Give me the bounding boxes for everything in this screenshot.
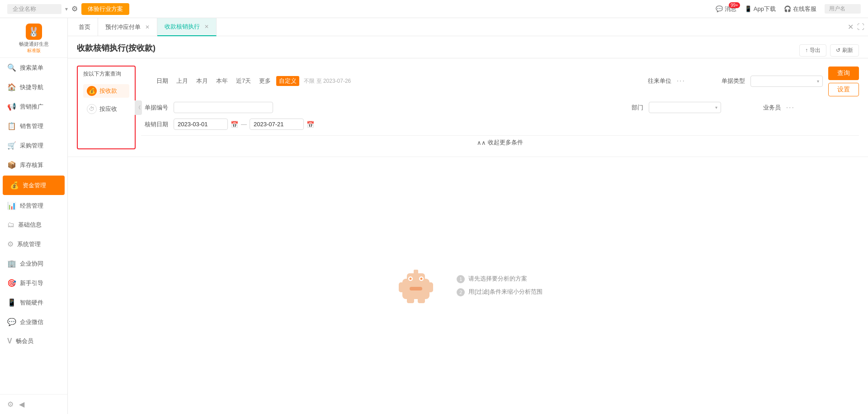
tab-bar-actions: ✕ ⛶ <box>848 23 864 31</box>
settings-btn[interactable]: 设置 <box>828 83 859 96</box>
sidebar-item-purchase[interactable]: 🛒 采购管理 <box>0 136 67 155</box>
salesperson-label: 业务员 <box>754 104 781 112</box>
filter-option-label: 按应收 <box>99 105 117 113</box>
doc-no-input[interactable] <box>174 102 273 113</box>
verify-date-start-calendar-icon[interactable]: 📅 <box>231 121 238 128</box>
date-options-group: 上月 本月 本年 近7天 更多 自定义 不限 至 2023-07-26 <box>174 76 351 86</box>
finance-icon: 💰 <box>10 181 19 190</box>
date-btn-custom[interactable]: 自定义 <box>276 76 299 86</box>
date-btn-more[interactable]: 更多 <box>256 76 274 86</box>
empty-hint-2: 2 用[过滤]条件来缩小分析范围 <box>457 288 542 296</box>
sidebar-item-marketing[interactable]: 📢 营销推广 <box>0 97 67 116</box>
date-btn-last-month[interactable]: 上月 <box>174 76 191 86</box>
svg-point-6 <box>420 278 423 280</box>
filter-option-by-receipt[interactable]: 💰 按收款 <box>83 84 129 98</box>
headset-icon: 🎧 <box>784 5 791 12</box>
empty-state: 1 请先选择要分析的方案 2 用[过滤]条件来缩小分析范围 <box>68 157 868 414</box>
sidebar-item-base-info[interactable]: 🗂 基础信息 <box>0 215 67 234</box>
tab-receipt-offset[interactable]: 收款核销执行 ✕ <box>157 18 217 36</box>
refresh-btn[interactable]: ↺ 刷新 <box>830 44 859 57</box>
settings-icon[interactable]: ⚙ <box>71 5 78 13</box>
counterparty-input[interactable]: ··· <box>677 77 685 85</box>
sidebar-label: 企业协同 <box>20 260 43 268</box>
sidebar-item-system[interactable]: ⚙ 系统管理 <box>0 234 67 254</box>
collapse-more-label: 收起更多条件 <box>488 138 523 147</box>
collapse-sidebar-icon[interactable]: ◀ <box>19 400 24 409</box>
sidebar-item-guide[interactable]: 🎯 新手引导 <box>0 273 67 293</box>
sidebar-item-inventory[interactable]: 📦 库存核算 <box>0 155 67 175</box>
tab-prepay-offset[interactable]: 预付冲应付单 ✕ <box>98 18 157 36</box>
sidebar-label: 系统管理 <box>17 240 41 248</box>
filter-fields: 日期 上月 本月 本年 近7天 更多 自定义 不限 至 2023-07-26 往… <box>141 66 859 149</box>
search-icon: 🔍 <box>7 63 16 72</box>
date-btn-this-year[interactable]: 本年 <box>213 76 231 86</box>
tab-expand-btn[interactable]: ⛶ <box>857 23 864 31</box>
salesperson-input[interactable]: ··· <box>786 104 795 112</box>
tab-receipt-close-icon[interactable]: ✕ <box>204 24 209 30</box>
sidebar-item-wechat[interactable]: 💬 企业微信 <box>0 312 67 332</box>
sidebar-item-search-menu[interactable]: 🔍 搜索菜单 <box>0 58 67 77</box>
content-area: 收款核销执行(按收款) ↑ 导出 ↺ 刷新 按以下方案查询 <box>68 36 868 414</box>
message-link[interactable]: 💬 消息 99+ <box>716 5 736 13</box>
filter-scheme-selector: 按以下方案查询 💰 按收款 ⏱ 按应收 《 <box>77 66 136 149</box>
hardware-icon: 📱 <box>7 298 16 307</box>
sidebar-item-quick-nav[interactable]: 🏠 快捷导航 <box>0 77 67 97</box>
collapse-filter-btn[interactable]: 《 <box>135 100 142 115</box>
top-header: 企业名称 ▾ ⚙ 体验行业方案 💬 消息 99+ 📱 App下载 🎧 在线客服 … <box>0 0 868 18</box>
svg-rect-11 <box>418 298 425 303</box>
sidebar-item-hardware[interactable]: 📱 智能硬件 <box>0 293 67 312</box>
user-name[interactable]: 用户名 <box>825 4 861 14</box>
tab-prepay-label: 预付冲应付单 <box>105 23 141 31</box>
filter-row-2: 单据编号 部门 ▾ 业务员 ··· <box>141 102 859 113</box>
verify-date-start-input[interactable] <box>174 119 228 130</box>
sidebar-item-operation[interactable]: 📊 经营管理 <box>0 196 67 215</box>
sidebar-item-finance[interactable]: 💰 资金管理 <box>3 176 65 195</box>
date-dash: — <box>241 121 247 128</box>
app-download-link[interactable]: 📱 App下载 <box>745 5 776 13</box>
verify-date-group: 📅 — 📅 <box>174 119 314 130</box>
sidebar-item-sales[interactable]: 📋 销售管理 <box>0 116 67 136</box>
filter-panel: 按以下方案查询 💰 按收款 ⏱ 按应收 《 日期 <box>68 58 868 157</box>
app-name: 畅捷通好生意 <box>19 41 49 48</box>
hint-text-2: 用[过滤]条件来缩小分析范围 <box>468 288 542 296</box>
sidebar-bottom: ⚙ ◀ <box>0 394 67 414</box>
tab-home[interactable]: 首页 <box>71 18 98 36</box>
svg-rect-2 <box>414 270 418 274</box>
sidebar-item-enterprise[interactable]: 🏢 企业协同 <box>0 254 67 273</box>
query-btn[interactable]: 查询 <box>828 67 859 80</box>
tab-close-all-btn[interactable]: ✕ <box>848 23 854 31</box>
tab-prepay-close-icon[interactable]: ✕ <box>145 24 150 30</box>
app-edition: 标准版 <box>27 48 41 54</box>
hint-num-1: 1 <box>457 275 465 283</box>
sidebar-label: 搜索菜单 <box>20 64 43 72</box>
department-select[interactable] <box>649 102 721 113</box>
sidebar-label: 销售管理 <box>20 122 43 130</box>
solution-btn[interactable]: 体验行业方案 <box>81 3 129 15</box>
date-btn-this-month[interactable]: 本月 <box>193 76 211 86</box>
sidebar-label: 企业微信 <box>20 318 43 326</box>
sales-icon: 📋 <box>7 122 16 130</box>
counterparty-label: 往来单位 <box>644 77 671 85</box>
refresh-icon: ↺ <box>836 47 840 53</box>
query-actions: 查询 设置 <box>828 67 859 96</box>
export-btn[interactable]: ↑ 导出 <box>799 44 826 57</box>
filter-option-by-receivable[interactable]: ⏱ 按应收 <box>83 102 129 116</box>
sidebar-label: 智能硬件 <box>20 299 43 307</box>
brand-chevron-icon[interactable]: ▾ <box>65 6 68 12</box>
message-badge: 99+ <box>729 2 740 8</box>
verify-date-end-calendar-icon[interactable]: 📅 <box>307 121 314 128</box>
online-service-link[interactable]: 🎧 在线客服 <box>784 5 816 13</box>
doc-type-select[interactable] <box>750 76 823 87</box>
verify-date-label: 核销日期 <box>141 120 168 128</box>
message-icon: 💬 <box>716 5 723 12</box>
collapse-more-btn[interactable]: ∧∧ 收起更多条件 <box>141 135 859 149</box>
app-icon: 📱 <box>745 5 752 12</box>
date-btn-last-7days[interactable]: 近7天 <box>233 76 254 86</box>
bottom-settings-icon[interactable]: ⚙ <box>7 400 14 409</box>
verify-date-end-input[interactable] <box>250 119 304 130</box>
sidebar-item-member[interactable]: V 畅会员 <box>0 332 67 351</box>
sidebar: 🐰 畅捷通好生意 标准版 🔍 搜索菜单 🏠 快捷导航 📢 营销推广 📋 销售管理… <box>0 18 68 414</box>
hint-num-2: 2 <box>457 288 465 296</box>
system-icon: ⚙ <box>7 240 14 248</box>
receivable-scheme-icon: ⏱ <box>87 104 97 114</box>
